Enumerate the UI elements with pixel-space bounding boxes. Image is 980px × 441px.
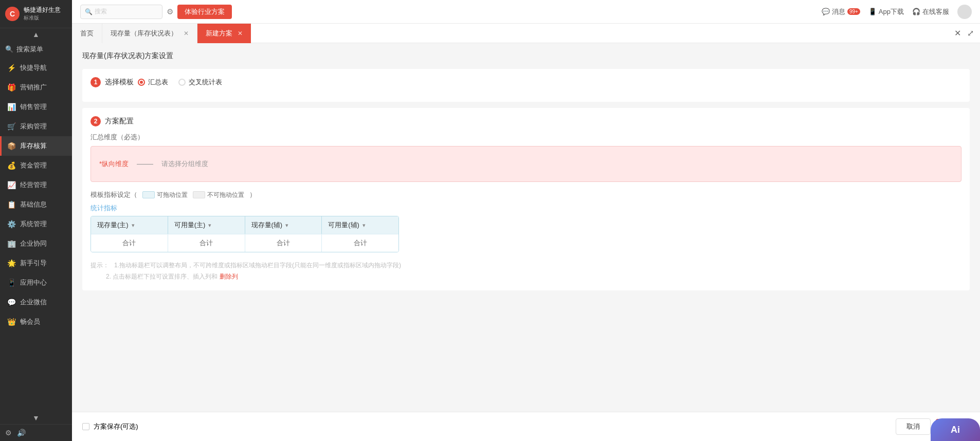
sidebar-scroll-up[interactable]: ▲	[0, 28, 72, 41]
sidebar-item-member[interactable]: 👑 畅会员	[0, 312, 72, 332]
online-service-label: 在线客服	[922, 7, 949, 16]
step1-badge: 1	[90, 77, 101, 87]
dimension-box: *纵向维度 —— 请选择分组维度	[90, 146, 961, 182]
finance-icon: 💰	[7, 161, 16, 170]
indicator-col-4-label: 可用量(辅)	[328, 220, 359, 230]
cancel-button[interactable]: 取消	[896, 418, 931, 435]
radio-summary-label: 汇总表	[148, 78, 168, 87]
phone-icon: 📱	[868, 8, 877, 15]
app-download-item[interactable]: 📱 App下载	[868, 7, 904, 16]
indicators-label: 模板指标设定（ 可拖动位置 不可拖动位置 ）	[90, 190, 961, 199]
tab-inventory-status[interactable]: 现存量（库存状况表） ✕	[102, 24, 197, 43]
user-avatar[interactable]	[957, 5, 972, 19]
logo-edition: 标准版	[24, 14, 61, 22]
radio-cross-label: 交叉统计表	[189, 78, 222, 87]
close-panel-button[interactable]: ✕	[952, 28, 963, 38]
purchase-icon: 🛒	[7, 122, 16, 131]
app-download-label: App下载	[879, 7, 904, 16]
sidebar-item-marketing[interactable]: 🎁 营销推广	[0, 78, 72, 97]
topbar-search-box[interactable]: 🔍 搜索	[80, 5, 162, 19]
legend-draggable: 可拖动位置	[142, 191, 188, 199]
sidebar-item-enterprise[interactable]: 🏢 企业协同	[0, 234, 72, 253]
sidebar-item-finance[interactable]: 💰 资金管理	[0, 156, 72, 175]
indicator-col-2-label: 可用量(主)	[174, 220, 206, 230]
indicator-col-3-label: 现存量(辅)	[251, 220, 283, 230]
sidebar-item-label: 系统管理	[20, 219, 47, 229]
footer: 方案保存(可选) 取消 查询	[72, 412, 980, 441]
dimension-section: 汇总维度（必选） *纵向维度 —— 请选择分组维度	[90, 133, 961, 182]
sidebar-item-label: 企业微信	[20, 298, 47, 307]
tab-new-scheme-close[interactable]: ✕	[238, 30, 243, 37]
sales-icon: 📊	[7, 102, 16, 112]
sound-bottom-icon[interactable]: 🔊	[17, 429, 26, 437]
message-item[interactable]: 💬 消息 99+	[822, 7, 860, 16]
tip2-link[interactable]: 删除列	[220, 273, 238, 280]
trial-button[interactable]: 体验行业方案	[177, 5, 232, 19]
settings-icon[interactable]: ⚙	[167, 7, 173, 16]
sidebar-search-label: 搜索菜单	[16, 45, 43, 54]
indicator-col-2[interactable]: 可用量(主) ▾	[168, 216, 245, 234]
chevron-down-icon-2: ▾	[208, 222, 211, 229]
step1-section: 1 选择模板 汇总表 交叉统计表	[82, 69, 970, 102]
main-area: 🔍 搜索 ⚙ 体验行业方案 💬 消息 99+ 📱 App下载 🎧 在线客服	[72, 0, 980, 441]
indicator-table-header: 现存量(主) ▾ 可用量(主) ▾ 现存量(辅) ▾ 可用量(辅)	[91, 216, 398, 234]
topbar-search-placeholder: 搜索	[95, 7, 107, 16]
indicator-col-4[interactable]: 可用量(辅) ▾	[322, 216, 398, 234]
sidebar-item-quick-nav[interactable]: ⚡ 快捷导航	[0, 58, 72, 78]
online-service-item[interactable]: 🎧 在线客服	[912, 7, 949, 16]
settings-bottom-icon[interactable]: ⚙	[5, 429, 12, 437]
sidebar-item-appstore[interactable]: 📱 应用中心	[0, 273, 72, 292]
quick-nav-icon: ⚡	[7, 63, 16, 72]
sidebar-item-basic[interactable]: 📋 基础信息	[0, 195, 72, 214]
sidebar-scroll-down[interactable]: ▼	[0, 412, 72, 424]
sidebar-bottom: ⚙ 🔊	[0, 424, 72, 441]
tab-home[interactable]: 首页	[72, 24, 102, 43]
chevron-down-icon-4: ▾	[362, 222, 366, 229]
indicator-sub-4: 合计	[322, 234, 398, 252]
dimension-label: 汇总维度（必选）	[90, 133, 961, 142]
radio-cross[interactable]: 交叉统计表	[178, 78, 222, 87]
tab-inventory-status-label: 现存量（库存状况表）	[111, 29, 177, 38]
dimension-placeholder: 请选择分组维度	[161, 159, 208, 169]
sidebar-item-sales[interactable]: 📊 销售管理	[0, 97, 72, 117]
ai-assistant-button[interactable]: Ai	[931, 418, 980, 441]
sidebar-item-operation[interactable]: 📈 经营管理	[0, 175, 72, 195]
sidebar-item-label: 基础信息	[20, 200, 47, 209]
sidebar-item-system[interactable]: ⚙️ 系统管理	[0, 214, 72, 234]
message-badge: 99+	[847, 8, 860, 15]
legend-non-draggable-box	[193, 191, 205, 198]
sidebar-item-newbie[interactable]: 🌟 新手引导	[0, 253, 72, 273]
sidebar-item-label: 销售管理	[20, 102, 47, 112]
operation-icon: 📈	[7, 180, 16, 190]
sidebar-search[interactable]: 🔍 搜索菜单	[0, 41, 72, 58]
indicator-col-3[interactable]: 现存量(辅) ▾	[245, 216, 322, 234]
message-label: 消息	[832, 7, 845, 16]
sidebar-item-purchase[interactable]: 🛒 采购管理	[0, 117, 72, 136]
sidebar-item-label: 企业协同	[20, 239, 47, 248]
template-label-end: ）	[249, 190, 256, 199]
tab-inventory-status-close[interactable]: ✕	[184, 30, 189, 37]
marketing-icon: 🎁	[7, 83, 16, 92]
headset-icon: 🎧	[912, 8, 920, 15]
indicator-table: 现存量(主) ▾ 可用量(主) ▾ 现存量(辅) ▾ 可用量(辅)	[90, 216, 399, 252]
expand-panel-button[interactable]: ⤢	[965, 28, 976, 38]
indicator-sub-2: 合计	[168, 234, 245, 252]
tip2-text: 2. 点击标题栏下拉可设置排序、插入列和 删除列	[90, 271, 961, 283]
tab-new-scheme-label: 新建方案	[206, 29, 232, 38]
save-option-label: 方案保存(可选)	[94, 422, 138, 431]
sidebar-nav: ⚡ 快捷导航 🎁 营销推广 📊 销售管理 🛒 采购管理 📦 库存核算 💰 资金管…	[0, 58, 72, 412]
dimension-arrow: ——	[137, 159, 153, 169]
radio-summary[interactable]: 汇总表	[138, 78, 168, 87]
indicator-col-1[interactable]: 现存量(主) ▾	[91, 216, 168, 234]
chevron-down-icon-3: ▾	[285, 222, 288, 229]
page-title: 现存量(库存状况表)方案设置	[82, 51, 970, 61]
save-option-checkbox[interactable]	[82, 423, 89, 430]
message-icon: 💬	[822, 8, 830, 15]
tab-new-scheme[interactable]: 新建方案 ✕	[197, 24, 251, 43]
sidebar-item-label: 资金管理	[20, 161, 47, 170]
panel-controls: ✕ ⤢	[948, 28, 980, 38]
sidebar-item-inventory[interactable]: 📦 库存核算	[0, 136, 72, 156]
system-icon: ⚙️	[7, 219, 16, 229]
legend-draggable-label: 可拖动位置	[157, 191, 188, 199]
sidebar-item-wecom[interactable]: 💬 企业微信	[0, 292, 72, 312]
